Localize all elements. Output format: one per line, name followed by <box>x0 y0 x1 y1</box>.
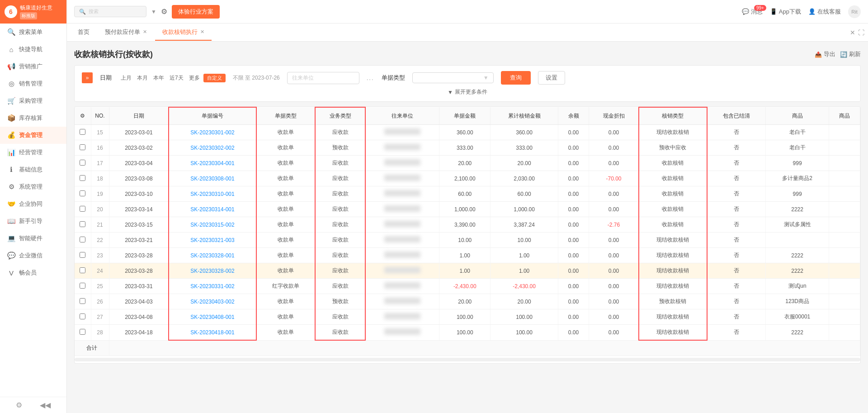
topbar-search[interactable]: 🔍 搜索 <box>74 6 146 17</box>
cell-checkbox[interactable] <box>75 171 91 186</box>
row-checkbox[interactable] <box>80 283 85 289</box>
sidebar-item-operation[interactable]: 📊经营管理 <box>0 144 66 161</box>
row-checkbox[interactable] <box>80 129 85 135</box>
app-download-btn[interactable]: 📱 App下载 <box>770 8 801 16</box>
online-service-btn[interactable]: 👤 在线客服 <box>808 8 841 16</box>
row-checkbox[interactable] <box>80 252 85 258</box>
doc-no-link[interactable]: SK-20230301-002 <box>190 129 234 136</box>
cell-checkbox[interactable] <box>75 294 91 309</box>
sidebar-item-guide[interactable]: 📖新手引导 <box>0 213 66 230</box>
doc-no-link[interactable]: SK-20230321-003 <box>190 237 234 243</box>
cell-checkbox[interactable] <box>75 279 91 294</box>
cell-checkbox[interactable] <box>75 156 91 171</box>
row-checkbox[interactable] <box>80 267 85 273</box>
last-7days-btn[interactable]: 近7天 <box>168 73 185 83</box>
cell-checkbox[interactable] <box>75 248 91 263</box>
sidebar-item-coop[interactable]: 🤝企业协同 <box>0 195 66 213</box>
doc-no-link[interactable]: SK-20230314-001 <box>190 206 234 213</box>
refresh-btn[interactable]: 🔄 刷新 <box>840 50 861 58</box>
sidebar-item-sales[interactable]: ◎销售管理 <box>0 75 66 92</box>
this-year-btn[interactable]: 本年 <box>151 73 166 83</box>
gear-icon[interactable]: ⚙ <box>161 7 167 16</box>
row-checkbox[interactable] <box>80 221 85 227</box>
user-avatar[interactable]: Rit <box>848 5 861 18</box>
doc-no-link[interactable]: SK-20230310-001 <box>190 191 234 197</box>
doc-no-link[interactable]: SK-20230308-001 <box>190 176 234 182</box>
filter-expand-btn[interactable]: » <box>82 72 93 83</box>
cell-checkbox[interactable] <box>75 125 91 140</box>
sidebar-item-basic[interactable]: ℹ基础信息 <box>0 161 66 178</box>
partner-value <box>384 328 420 335</box>
row-checkbox[interactable] <box>80 160 85 166</box>
row-checkbox[interactable] <box>80 313 85 319</box>
sidebar-item-hardware[interactable]: 💻智能硬件 <box>0 230 66 247</box>
tab-receipts[interactable]: 收款核销执行✕ <box>155 24 212 41</box>
sidebar-item-search[interactable]: 🔍搜索菜单 <box>0 24 66 41</box>
doc-no-link[interactable]: SK-20230315-002 <box>190 222 234 228</box>
doc-no-link[interactable]: SK-20230403-002 <box>190 299 234 305</box>
sidebar-item-inventory[interactable]: 📦库存核算 <box>0 109 66 127</box>
cell-date: 2023-04-08 <box>109 309 169 325</box>
cell-checkbox[interactable] <box>75 140 91 156</box>
cell-no: 24 <box>91 263 109 279</box>
setting-btn[interactable]: 设置 <box>538 71 565 85</box>
row-checkbox[interactable] <box>80 190 85 196</box>
cell-checkbox[interactable] <box>75 217 91 233</box>
doc-no-link[interactable]: SK-20230304-001 <box>190 160 234 166</box>
sidebar-item-finance[interactable]: 💰资金管理 <box>0 127 66 144</box>
cell-checkbox[interactable] <box>75 263 91 279</box>
row-checkbox[interactable] <box>80 298 85 304</box>
row-checkbox[interactable] <box>80 206 85 212</box>
partner-input[interactable]: 往来单位 <box>287 72 359 84</box>
cell-checkbox[interactable] <box>75 325 91 341</box>
export-btn[interactable]: 📤 导出 <box>815 50 835 58</box>
horizontal-scrollbar[interactable] <box>75 358 860 361</box>
doc-type-select[interactable]: ▼ <box>412 72 494 83</box>
query-btn[interactable]: 查询 <box>501 71 531 85</box>
cell-discount: 0.00 <box>589 294 639 309</box>
tab-home[interactable]: 首页 <box>71 24 97 41</box>
dropdown-arrow[interactable]: ▼ <box>151 9 156 15</box>
row-checkbox[interactable] <box>80 237 85 242</box>
industry-btn[interactable]: 体验行业方案 <box>172 5 220 19</box>
row-checkbox[interactable] <box>80 144 85 150</box>
cell-checkbox[interactable] <box>75 202 91 217</box>
doc-no-link[interactable]: SK-20230331-002 <box>190 283 234 290</box>
row-checkbox[interactable] <box>80 175 85 181</box>
tab-close-receipts[interactable]: ✕ <box>200 29 204 35</box>
sidebar-item-quick[interactable]: ⌂快捷导航 <box>0 41 66 58</box>
cell-checkbox[interactable] <box>75 233 91 248</box>
last-month-btn[interactable]: 上月 <box>119 73 133 83</box>
close-window-icon[interactable]: ✕ <box>850 29 855 36</box>
cell-checkbox[interactable] <box>75 186 91 202</box>
expand-more-btn[interactable]: ▼ 展开更多条件 <box>448 88 487 96</box>
doc-no-link[interactable]: SK-20230328-001 <box>190 252 234 259</box>
settings-icon[interactable]: ⚙ <box>16 401 22 409</box>
custom-date-btn[interactable]: 自定义 <box>203 74 226 82</box>
cell-verified: 60.00 <box>491 186 558 202</box>
col-settings[interactable]: ⚙ <box>75 107 91 125</box>
cell-checkbox[interactable] <box>75 309 91 325</box>
sidebar-item-wechat[interactable]: 💬企业微信 <box>0 247 66 264</box>
doc-no-link[interactable]: SK-20230408-001 <box>190 314 234 320</box>
sidebar-item-marketing[interactable]: 📢营销推广 <box>0 58 66 75</box>
doc-no-link[interactable]: SK-20230302-002 <box>190 145 234 151</box>
row-checkbox[interactable] <box>80 329 85 335</box>
message-btn[interactable]: 💬 消息 99+ <box>742 8 763 16</box>
doc-no-link[interactable]: SK-20230328-002 <box>190 268 234 274</box>
doc-no-link[interactable]: SK-20230418-001 <box>190 329 234 336</box>
cell-discount: 0.00 <box>589 202 639 217</box>
expand-window-icon[interactable]: ⛶ <box>858 29 864 36</box>
cell-amount: 1,000.00 <box>439 202 491 217</box>
more-filters-dots[interactable]: ... <box>367 75 374 81</box>
collapse-icon[interactable]: ◀◀ <box>40 401 51 409</box>
tab-prepay[interactable]: 预付款应付单✕ <box>98 24 154 41</box>
cell-balance: 0.00 <box>558 156 589 171</box>
cell-balance: 0.00 <box>558 309 589 325</box>
more-date-btn[interactable]: 更多 <box>187 73 202 83</box>
sidebar-item-member[interactable]: V畅会员 <box>0 264 66 281</box>
sidebar-item-purchase[interactable]: 🛒采购管理 <box>0 92 66 109</box>
this-month-btn[interactable]: 本月 <box>135 73 150 83</box>
sidebar-item-system[interactable]: ⚙系统管理 <box>0 178 66 195</box>
tab-close-prepay[interactable]: ✕ <box>143 29 147 35</box>
